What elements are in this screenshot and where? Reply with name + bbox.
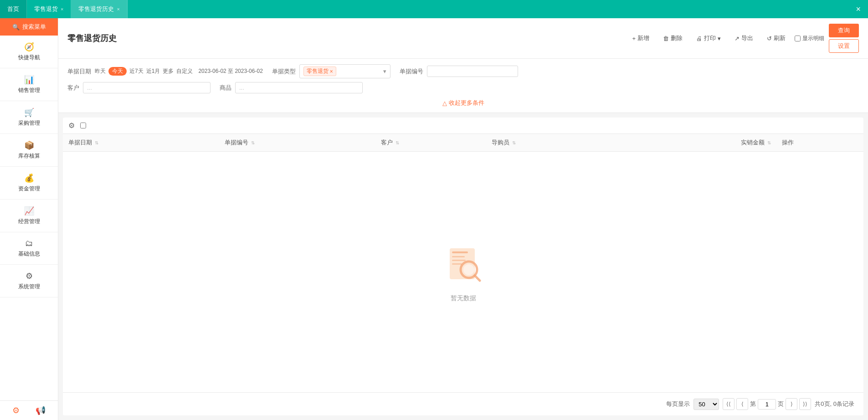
customer-filter-group: 客户 ... (67, 82, 211, 93)
table-toolbar: ⚙ (63, 118, 863, 134)
page-last-button[interactable]: ⟩⟩ (799, 398, 811, 410)
collapse-button[interactable]: △ 收起更多条件 (442, 99, 484, 107)
speaker-icon[interactable]: 📢 (36, 405, 46, 415)
voucher-num-input[interactable] (427, 66, 518, 77)
empty-icon (441, 241, 486, 287)
sidebar-item-sales[interactable]: 📊 销售管理 (0, 68, 58, 101)
pagination: 每页显示 50 100 200 ⟨⟨ ⟨ 第 页 ⟩ ⟩⟩ 共0页, 0条记录 (63, 392, 863, 415)
date-option-1month[interactable]: 近1月 (146, 67, 160, 75)
col-date[interactable]: 单据日期 ⇅ (63, 134, 219, 152)
col-amount-sort-icon: ⇅ (767, 140, 771, 145)
select-all-checkbox[interactable] (80, 123, 86, 128)
col-guide[interactable]: 导购员 ⇅ (486, 134, 620, 152)
inventory-icon: 📦 (24, 140, 34, 150)
date-range-value: 2023-06-02 至 2023-06-02 (198, 67, 262, 75)
filter-area: 单据日期 昨天 今天 近7天 近1月 更多 自定义 2023-06-02 至 2… (58, 59, 868, 113)
col-customer-sort-icon: ⇅ (395, 140, 399, 145)
delete-label: 删除 (671, 34, 683, 42)
new-button[interactable]: + 新增 (627, 32, 654, 45)
goods-select[interactable]: ... (235, 82, 363, 93)
window-close-icon[interactable]: × (856, 5, 861, 14)
page-total: 共0页, 0条记录 (815, 400, 854, 408)
filter-row-2: 客户 ... 商品 ... (67, 82, 859, 93)
sidebar-item-operations[interactable]: 📈 经营管理 (0, 200, 58, 232)
print-button[interactable]: 🖨 打印 ▾ (692, 32, 725, 45)
basicinfo-icon: 🗂 (25, 239, 33, 248)
settings-gear-icon[interactable]: ⚙ (12, 405, 20, 415)
sidebar-item-inventory[interactable]: 📦 库存核算 (0, 134, 58, 167)
export-button[interactable]: ↗ 导出 (730, 32, 758, 45)
sidebar-item-finance[interactable]: 💰 资金管理 (0, 167, 58, 200)
voucher-type-label: 单据类型 (272, 67, 296, 76)
goods-filter-group: 商品 ... (220, 82, 363, 93)
sidebar-item-purchase-label: 采购管理 (18, 119, 40, 127)
page-unit: 页 (778, 400, 784, 408)
col-num[interactable]: 单据编号 ⇅ (219, 134, 375, 152)
delete-button[interactable]: 🗑 删除 (658, 32, 687, 45)
new-icon: + (632, 35, 636, 42)
per-page-select[interactable]: 50 100 200 (693, 399, 719, 410)
sidebar-item-purchase[interactable]: 🛒 采购管理 (0, 101, 58, 134)
page-first-button[interactable]: ⟨⟨ (723, 398, 734, 410)
refresh-icon: ↺ (767, 35, 772, 42)
customer-select[interactable]: ... (83, 82, 211, 93)
sidebar-search[interactable]: 🔍 搜索菜单 (0, 18, 58, 36)
quicknav-icon: 🧭 (24, 42, 34, 52)
tab-retail-return-label: 零售退货 (34, 5, 58, 13)
svg-rect-2 (452, 256, 465, 257)
date-option-more[interactable]: 更多 (163, 67, 174, 75)
voucher-type-tag-remove[interactable]: × (330, 68, 333, 75)
print-label: 打印 (704, 34, 716, 42)
voucher-type-select[interactable]: 零售退货 × ▾ (299, 64, 390, 78)
col-date-label: 单据日期 (68, 139, 92, 146)
table-header-row: 单据日期 ⇅ 单据编号 ⇅ 客户 ⇅ 导购员 ⇅ (63, 134, 863, 152)
col-customer-label: 客户 (381, 139, 393, 146)
col-amount-label: 实销金额 (741, 139, 765, 146)
tab-home-label: 首页 (7, 5, 19, 13)
tab-retail-return-history-label: 零售退货历史 (78, 5, 114, 13)
sidebar-item-quicknav[interactable]: 🧭 快捷导航 (0, 36, 58, 68)
col-amount[interactable]: 实销金额 ⇅ (620, 134, 776, 152)
col-customer[interactable]: 客户 ⇅ (375, 134, 486, 152)
sidebar-item-finance-label: 资金管理 (18, 185, 40, 193)
query-button[interactable]: 查询 (829, 24, 859, 37)
svg-point-6 (463, 264, 474, 275)
refresh-button[interactable]: ↺ 刷新 (762, 32, 790, 45)
table-settings-icon[interactable]: ⚙ (68, 121, 75, 130)
setting-button[interactable]: 设置 (829, 39, 859, 53)
data-table: 单据日期 ⇅ 单据编号 ⇅ 客户 ⇅ 导购员 ⇅ (63, 134, 863, 152)
sidebar-item-operations-label: 经营管理 (18, 218, 40, 225)
date-option-today[interactable]: 今天 (108, 67, 127, 76)
page-nav: ⟨⟨ ⟨ 第 页 ⟩ ⟩⟩ (723, 398, 811, 410)
svg-rect-3 (452, 260, 466, 261)
tab-retail-return-close[interactable]: × (61, 6, 63, 12)
top-bar: 首页 零售退货 × 零售退货历史 × × (0, 0, 868, 18)
svg-line-7 (475, 276, 480, 281)
date-option-custom[interactable]: 自定义 (176, 67, 193, 75)
voucher-num-filter-group: 单据编号 (400, 66, 518, 77)
per-page-label: 每页显示 (666, 400, 690, 408)
sidebar-item-system[interactable]: ⚙ 系统管理 (0, 265, 58, 297)
show-detail-label: 显示明细 (802, 35, 824, 42)
refresh-label: 刷新 (774, 34, 786, 42)
sidebar-item-basicinfo[interactable]: 🗂 基础信息 (0, 232, 58, 265)
page-label: 第 (750, 400, 756, 408)
page-number-input[interactable] (758, 399, 776, 410)
col-date-sort-icon: ⇅ (95, 140, 98, 145)
date-option-7days[interactable]: 近7天 (129, 67, 144, 75)
page-next-button[interactable]: ⟩ (786, 398, 797, 410)
page-prev-button[interactable]: ⟨ (736, 398, 748, 410)
show-detail-checkbox-group: 显示明细 (795, 35, 824, 42)
date-option-yesterday[interactable]: 昨天 (95, 67, 106, 75)
goods-placeholder: ... (239, 84, 244, 91)
page-header: 零售退货历史 + 新增 🗑 删除 🖨 打印 ▾ ↗ 导出 (58, 18, 868, 59)
tab-list: 首页 零售退货 × 零售退货历史 × (0, 0, 848, 18)
tab-retail-return-history-close[interactable]: × (117, 6, 119, 12)
voucher-type-tag-value: 零售退货 (307, 67, 329, 75)
show-detail-checkbox[interactable] (795, 36, 801, 41)
delete-icon: 🗑 (663, 35, 669, 42)
tab-retail-return-history[interactable]: 零售退货历史 × (71, 0, 127, 18)
goods-label: 商品 (220, 84, 231, 92)
tab-home[interactable]: 首页 (0, 0, 27, 18)
tab-retail-return[interactable]: 零售退货 × (27, 0, 71, 18)
